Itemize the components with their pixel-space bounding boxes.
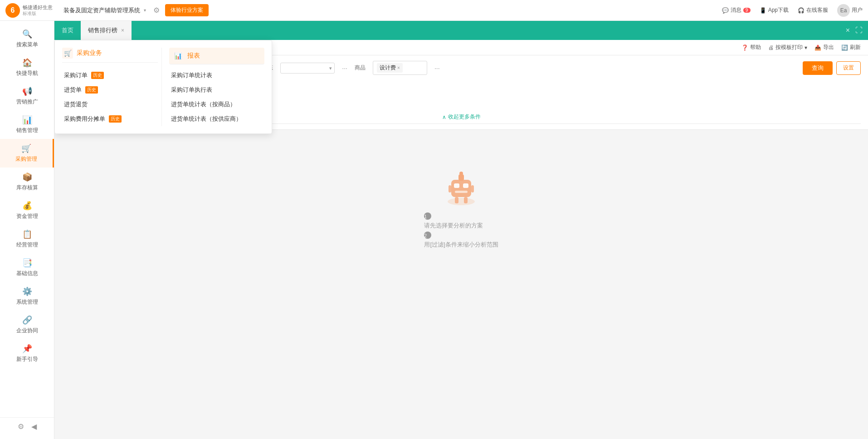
sidebar: 🔍 搜索菜单 🏠 快捷导航 📢 营销推广 📊 销售管理 🛒 采购管理 📦 库存核… [0, 21, 54, 439]
app-download-btn[interactable]: 📱 App下载 [760, 6, 789, 14]
newbie-icon: 📌 [22, 344, 32, 354]
empty-robot-img [439, 166, 484, 207]
basicinfo-icon: 📑 [22, 258, 32, 268]
sidebar-item-quicknav[interactable]: 🏠 快捷导航 [0, 53, 54, 82]
tab-close-icon[interactable]: × [121, 27, 124, 34]
sales-icon: 📊 [22, 115, 32, 125]
dropdown-item-purchase-order[interactable]: 采购订单 历史 [62, 68, 158, 83]
print-btn[interactable]: 🖨 按模板打印 ▾ [768, 44, 807, 51]
doc-status-select-wrapper [280, 63, 335, 74]
dropdown-item-incoming-stats-goods[interactable]: 进货单统计表（按商品） [169, 97, 265, 112]
main-layout: 🔍 搜索菜单 🏠 快捷导航 📢 营销推广 📊 销售管理 🛒 采购管理 📦 库存核… [0, 21, 868, 439]
help-icon: ❓ [741, 44, 748, 51]
dropdown-item-incoming-stats-supplier[interactable]: 进货单统计表（按供应商） [169, 112, 265, 126]
svg-rect-7 [449, 185, 451, 192]
tab-bar: 首页 销售排行榜 × 🛒 采购业务 采购订单 历史 [54, 21, 868, 40]
toolbar-right: ❓ 帮助 🖨 按模板打印 ▾ 📤 导出 🔄 刷新 [741, 44, 861, 51]
empty-tips: 1 请先选择要分析的方案 2 用[过滤]条件来缩小分析范围 [424, 212, 498, 251]
finance-icon: 💰 [22, 201, 32, 211]
purchase-icon: 🛒 [21, 143, 31, 153]
sidebar-item-operations[interactable]: 📋 经营管理 [0, 225, 54, 253]
goods-tag-remove[interactable]: × [397, 65, 400, 70]
search-icon: 🔍 [22, 29, 32, 39]
svg-rect-2 [454, 183, 459, 188]
system-title: 装备及固定资产辅助管理系统 [63, 6, 140, 15]
headset-icon: 🎧 [798, 7, 805, 14]
tab-expand-icon[interactable]: ⛶ [855, 26, 863, 35]
svg-rect-9 [455, 197, 458, 203]
inventory-icon: 📦 [22, 172, 32, 182]
svg-rect-10 [464, 197, 468, 203]
query-btn[interactable]: 查询 [803, 61, 833, 75]
goods-label: 商品 [355, 64, 366, 72]
svg-rect-3 [463, 183, 468, 188]
goods-tag: 设计费 × [377, 63, 403, 73]
dropdown-item-cost-split[interactable]: 采购费用分摊单 历史 [62, 112, 158, 126]
tab-home[interactable]: 首页 [54, 21, 81, 40]
message-icon: 💬 [722, 7, 729, 14]
sidebar-collapse-icon[interactable]: ◀ [31, 422, 37, 431]
home-icon: 🏠 [22, 58, 32, 68]
report-col-icon: 📊 [173, 50, 184, 61]
top-header: 6 畅捷通好生意 标准版 装备及固定资产辅助管理系统 ▾ ⚙ 体验行业方案 💬 … [0, 0, 868, 21]
system-dropdown-arrow[interactable]: ▾ [144, 8, 146, 13]
goods-tag-input[interactable]: 设计费 × [373, 61, 427, 75]
sidebar-item-sales[interactable]: 📊 销售管理 [0, 110, 54, 139]
dropdown-item-order-exec[interactable]: 采购订单执行表 [169, 83, 265, 97]
refresh-icon: 🔄 [841, 44, 848, 51]
svg-rect-4 [455, 191, 468, 193]
purchase-col-title: 🛒 采购业务 [62, 48, 158, 63]
sidebar-item-basicinfo[interactable]: 📑 基础信息 [0, 253, 54, 282]
sidebar-item-enterprise[interactable]: 🔗 企业协同 [0, 311, 54, 339]
user-btn[interactable]: Ea 用户 [837, 4, 863, 17]
settings-btn[interactable]: 设置 [836, 61, 861, 75]
marketing-icon: 📢 [22, 86, 32, 96]
operations-icon: 📋 [22, 229, 32, 239]
tab-close-window-icon[interactable]: × [846, 26, 850, 35]
svg-rect-5 [458, 174, 464, 181]
header-right: 💬 消息 9 📱 App下载 🎧 在线客服 Ea 用户 [722, 4, 863, 17]
print-dropdown-icon[interactable]: ▾ [805, 44, 807, 51]
print-icon: 🖨 [768, 44, 774, 51]
purchase-col: 🛒 采购业务 采购订单 历史 进货单 历史 进货退货 [62, 48, 158, 126]
sidebar-item-marketing[interactable]: 📢 营销推广 [0, 82, 54, 110]
avatar: Ea [837, 4, 850, 17]
logo-text: 畅捷通好生意 标准版 [23, 4, 53, 16]
doc-status-select[interactable] [280, 63, 335, 74]
online-service-btn[interactable]: 🎧 在线客服 [798, 6, 828, 14]
tab-sales-ranking[interactable]: 销售排行榜 × [81, 21, 132, 40]
svg-rect-8 [471, 185, 474, 192]
purchase-col-icon: 🛒 [62, 48, 73, 59]
collapse-icon: ∧ [442, 114, 446, 120]
svg-rect-1 [451, 180, 471, 197]
phone-icon: 📱 [760, 7, 766, 14]
logo-area: 6 畅捷通好生意 标准版 [5, 3, 60, 18]
logo-icon: 6 [5, 3, 20, 18]
sidebar-item-newbie[interactable]: 📌 新手引导 [0, 339, 54, 368]
industry-btn[interactable]: 体验行业方案 [165, 4, 209, 16]
sidebar-bottom: ⚙ ◀ [0, 417, 54, 435]
sidebar-item-purchase[interactable]: 🛒 采购管理 [0, 139, 54, 168]
report-col: 📊 报表 采购订单统计表 采购订单执行表 进货单统计表（按商品） 进货单统计表（… [161, 48, 265, 126]
help-btn[interactable]: ❓ 帮助 [741, 44, 761, 51]
purchase-dropdown-menu: 🛒 采购业务 采购订单 历史 进货单 历史 进货退货 [54, 40, 272, 134]
system-settings-icon[interactable]: ⚙ [153, 6, 160, 15]
tab-right-icons: × ⛶ [846, 26, 868, 35]
export-btn[interactable]: 📤 导出 [814, 44, 834, 51]
dropdown-item-order-stats[interactable]: 采购订单统计表 [169, 68, 265, 83]
sidebar-item-finance[interactable]: 💰 资金管理 [0, 196, 54, 225]
message-btn[interactable]: 💬 消息 9 [722, 6, 751, 14]
system-icon: ⚙️ [22, 286, 32, 296]
dropdown-item-incoming[interactable]: 进货单 历史 [62, 83, 158, 97]
refresh-btn[interactable]: 🔄 刷新 [841, 44, 861, 51]
sidebar-item-inventory[interactable]: 📦 库存核算 [0, 168, 54, 196]
filter-actions: 查询 设置 [803, 61, 861, 75]
dropdown-item-return[interactable]: 进货退货 [62, 97, 158, 112]
svg-point-6 [459, 172, 463, 175]
sidebar-item-system[interactable]: ⚙️ 系统管理 [0, 282, 54, 311]
system-title-area: 装备及固定资产辅助管理系统 ▾ ⚙ [63, 6, 160, 15]
export-icon: 📤 [814, 44, 821, 51]
goods-ellipsis: ··· [434, 64, 440, 72]
sidebar-settings-icon[interactable]: ⚙ [18, 422, 24, 431]
sidebar-item-search[interactable]: 🔍 搜索菜单 [0, 25, 54, 53]
